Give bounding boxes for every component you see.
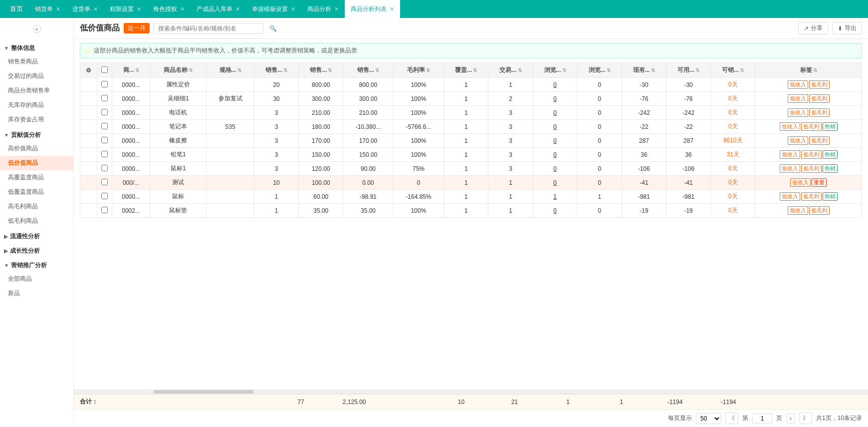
cell-browse1[interactable]: 0 [533,92,577,106]
col-current[interactable]: 现有...⇅ [622,63,666,78]
select-all-checkbox[interactable] [101,66,108,73]
sidebar-group-liquidity[interactable]: ▶ 流通性分析 [0,228,73,243]
share-button[interactable]: ↗ 分享 [798,22,828,34]
col-margin[interactable]: 毛利率⇅ [393,63,444,78]
col-spec[interactable]: 规格...⇅ [207,63,254,78]
col-browse1[interactable]: 浏览...⇅ [533,63,577,78]
page-size-select[interactable]: 50 100 [696,413,721,424]
browse-link[interactable]: 0 [553,81,557,88]
search-input[interactable] [154,23,263,34]
cell-browse1[interactable]: 0 [533,106,577,120]
browse-link[interactable]: 0 [553,151,557,158]
browse-link[interactable]: 0 [553,207,557,214]
sidebar-item-new-goods[interactable]: 新品 [0,286,73,301]
close-product-analysis-list-icon[interactable]: ✕ [390,6,394,12]
table-container[interactable]: ⚙ 商...⇅ 商品名称⇅ 规格...⇅ 销售...⇅ 销售...⇅ 销售...… [74,62,868,390]
cell-browse1[interactable]: 0 [533,162,577,176]
col-browse2[interactable]: 浏览...⇅ [577,63,622,78]
row-checkbox[interactable] [101,151,108,157]
sidebar-item-low-coverage[interactable]: 低覆盖度商品 [0,185,73,199]
col-tags[interactable]: 标签⇅ [755,63,862,78]
first-page-btn[interactable]: 《 [725,413,738,424]
export-button[interactable]: ⬇ 导出 [832,22,862,34]
col-checkbox[interactable] [97,63,112,78]
cell-browse1[interactable]: 0 [533,134,577,148]
time-filter-btn[interactable]: 近一月 [124,23,150,33]
cell-checkbox[interactable] [97,162,112,176]
browse-link[interactable]: 0 [553,137,557,144]
close-purchase-order-icon[interactable]: ✕ [93,6,98,12]
sidebar-item-low-margin[interactable]: 低毛利商品 [0,214,73,228]
col-available[interactable]: 可用...⇅ [666,63,711,78]
close-product-in-icon[interactable]: ✕ [235,6,240,12]
nav-role-auth[interactable]: 角色授权✕ [147,0,191,18]
sidebar-collapse-btn[interactable]: « [33,25,41,33]
close-role-auth-icon[interactable]: ✕ [180,6,185,12]
sidebar-group-growth[interactable]: ▶ 成长性分析 [0,243,73,257]
sidebar-item-high-margin[interactable]: 高毛利商品 [0,199,73,214]
browse-link[interactable]: 0 [553,95,557,102]
close-template-icon[interactable]: ✕ [291,6,295,12]
cell-browse1[interactable]: 1 [533,190,577,204]
sidebar-item-low-value[interactable]: 低价值商品 [0,156,73,170]
row-checkbox[interactable] [101,123,108,129]
row-checkbox[interactable] [101,137,108,143]
cell-browse1[interactable]: 0 [533,204,577,218]
sidebar-item-high-value[interactable]: 高价值商品 [0,141,73,156]
col-coverage[interactable]: 覆盖...⇅ [444,63,488,78]
nav-sales-order[interactable]: 销货单✕ [29,0,66,18]
cell-browse1[interactable]: 0 [533,120,577,134]
row-checkbox[interactable] [101,207,108,213]
sidebar-item-high-coverage[interactable]: 高覆盖度商品 [0,170,73,185]
next-page-btn[interactable]: › [786,414,795,424]
row-checkbox[interactable] [101,95,108,101]
cell-browse1[interactable]: 0 [533,148,577,162]
col-sales-qty[interactable]: 销售...⇅ [254,63,299,78]
col-code[interactable]: 商...⇅ [112,63,150,78]
col-name[interactable]: 商品名称⇅ [150,63,207,78]
nav-purchase-order[interactable]: 进货单✕ [66,0,104,18]
cell-checkbox[interactable] [97,190,112,204]
cell-browse1[interactable]: 0 [533,78,577,92]
nav-template[interactable]: 单据模板设置✕ [246,0,301,18]
close-product-analysis-icon[interactable]: ✕ [334,6,339,12]
cell-checkbox[interactable] [97,148,112,162]
nav-product-analysis[interactable]: 商品分析✕ [301,0,345,18]
sidebar-item-all-goods[interactable]: 全部商品 [0,272,73,286]
row-checkbox[interactable] [101,179,108,185]
cell-checkbox[interactable] [97,106,112,120]
col-sellable[interactable]: 可销...⇅ [711,63,755,78]
browse-link[interactable]: 0 [553,123,557,130]
browse-link[interactable]: 0 [553,179,557,186]
cell-checkbox[interactable] [97,92,112,106]
nav-permissions[interactable]: 权限设置✕ [104,0,147,18]
horizontal-scrollbar[interactable] [74,390,868,394]
cell-checkbox[interactable] [97,176,112,190]
sidebar-group-overall[interactable]: ▼ 整体信息 [0,40,73,54]
last-page-btn[interactable]: 》 [799,413,812,424]
sidebar-item-stock-capital[interactable]: 库存资金占用 [0,112,73,127]
nav-product-in[interactable]: 产成品入库单✕ [191,0,246,18]
cell-browse1[interactable]: 0 [533,176,577,190]
col-sales-amount[interactable]: 销售...⇅ [343,63,393,78]
browse-link[interactable]: 0 [553,109,557,116]
col-sales-price[interactable]: 销售...⇅ [299,63,343,78]
sidebar-group-contribution[interactable]: ▼ 贡献值分析 [0,127,73,141]
browse-link[interactable]: 0 [553,165,557,172]
cell-checkbox[interactable] [97,78,112,92]
page-number-input[interactable] [752,414,772,424]
col-trade[interactable]: 交易...⇅ [488,63,533,78]
cell-checkbox[interactable] [97,120,112,134]
search-icon[interactable]: 🔍 [269,25,277,32]
col-gear[interactable]: ⚙ [80,63,97,78]
nav-product-analysis-list[interactable]: 商品分析列表✕ [345,0,400,18]
row-checkbox[interactable] [101,81,108,87]
close-permissions-icon[interactable]: ✕ [137,6,141,12]
sidebar-group-marketing[interactable]: ▼ 营销推广分析 [0,257,73,272]
sidebar-item-no-stock[interactable]: 无库存的商品 [0,98,73,112]
sidebar-item-traded-goods[interactable]: 交易过的商品 [0,69,73,83]
row-checkbox[interactable] [101,165,108,171]
nav-home[interactable]: 首页 [4,0,29,18]
row-checkbox[interactable] [101,193,108,199]
close-sales-order-icon[interactable]: ✕ [56,6,60,12]
